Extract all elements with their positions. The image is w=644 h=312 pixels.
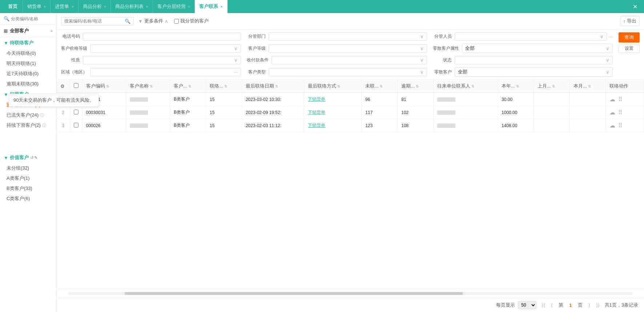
select-all-checkbox[interactable] — [74, 83, 79, 88]
row-overdue-1: 102 — [398, 106, 434, 119]
row-checkbox-cell-1[interactable] — [70, 106, 82, 119]
sidebar-item-class-c[interactable]: C类客户(6) — [0, 194, 56, 204]
settings-button[interactable]: 设置 — [619, 44, 640, 53]
sort-last-date-icon: ⇅ — [275, 84, 278, 88]
filter-payment-select[interactable]: ∨ — [271, 56, 427, 64]
th-checkbox[interactable] — [70, 80, 82, 93]
row-action-1[interactable]: ☁ ⠿ — [605, 106, 644, 119]
filter-price-grade-select[interactable]: ∨ — [90, 44, 241, 53]
th-last-date[interactable]: 最后联络日期 ⇅ — [242, 80, 304, 93]
tab-customer-segment[interactable]: 客户分层经营 × — [153, 0, 195, 13]
sidebar-item-7days[interactable]: 近7天待联络(0) — [0, 69, 56, 79]
search-submit-icon[interactable]: 🔍 — [125, 19, 130, 24]
filter-dept-field: 分管部门 ∨ — [247, 32, 427, 41]
value-refresh-icon[interactable]: ↺ — [30, 155, 33, 160]
filter-more-button[interactable]: ▼ 更多条件 ∧ — [138, 18, 168, 24]
tab-customer-contact[interactable]: 客户联系 × — [195, 0, 227, 13]
filter-row-4: 区域（地区） ··· 客户类型 ∨ — [61, 67, 613, 77]
row-last-method-0[interactable]: 下销货单 — [304, 93, 362, 106]
row-checkbox-1[interactable] — [74, 110, 79, 114]
tab-customer-segment-close[interactable]: × — [188, 4, 190, 9]
search-input-wrap[interactable]: 🔍 — [61, 17, 134, 25]
tab-analysis-list[interactable]: 商品分析列表 × — [111, 0, 153, 13]
sidebar-search-icon: 🔍 — [4, 16, 9, 21]
manager-more-icon[interactable]: ··· — [608, 34, 613, 40]
th-contact[interactable]: 联络... ⇅ — [206, 80, 242, 93]
table-area: ⚙ 客户编码 ⇅ 客户名称 — [57, 80, 644, 289]
sidebar-item-tomorrow[interactable]: 明天待联络(1) — [0, 58, 56, 69]
sidebar-item-overdue[interactable]: 逾期未联络(30) — [0, 79, 56, 89]
sidebar-item-churned[interactable]: 已流失客户(24) ⓘ — [0, 110, 56, 120]
action-icons-1[interactable]: ☁ ⠿ — [609, 109, 623, 116]
row-action-0[interactable]: ☁ ⠿ — [605, 93, 644, 106]
tab-home[interactable]: 首页 — [3, 0, 23, 13]
manager-select-arrow: ∨ — [600, 34, 604, 39]
sidebar-item-class-a[interactable]: A类客户(1) — [0, 173, 56, 183]
query-button[interactable]: 查询 — [619, 32, 640, 42]
filter-price-grade-field: 客户价格等级 ∨ — [61, 44, 241, 53]
filter-nature-select[interactable]: ∨ — [83, 56, 241, 64]
th-uncontacted[interactable]: 未联... ⇅ — [362, 80, 398, 93]
tab-purchase[interactable]: 进货单 × — [51, 0, 78, 13]
prev-page-button[interactable]: ⟨ — [549, 302, 555, 309]
th-overdue[interactable]: 逾期... ⇅ — [398, 80, 434, 93]
my-customer-checkbox[interactable] — [174, 19, 179, 24]
filter-retail-attr-select[interactable]: 全部 ∨ — [462, 44, 613, 53]
row-code-1: 00030031 — [82, 106, 126, 119]
filter-manager-select[interactable]: ∨ — [455, 32, 607, 41]
row-action-2[interactable]: ☁ ⠿ — [605, 119, 644, 132]
export-button[interactable]: ↑ 导出 — [620, 16, 640, 26]
sidebar-item-ungrouped[interactable]: 未分组(32) — [0, 163, 56, 173]
filter-customer-type-select[interactable]: ∨ — [269, 68, 427, 76]
tab-analysis[interactable]: 商品分析 × — [79, 0, 111, 13]
th-name[interactable]: 客户名称 ⇅ — [126, 80, 170, 93]
sidebar-search-input[interactable] — [11, 16, 53, 21]
action-icons-0[interactable]: ☁ ⠿ — [609, 96, 623, 102]
my-customer-checkbox-wrap[interactable]: 我分管的客户 — [174, 18, 209, 24]
sidebar-item-declining[interactable]: 持续下滑客户(2) ⓘ — [0, 120, 56, 130]
th-this-year[interactable]: 本年... ⇅ — [498, 80, 534, 93]
row-checkbox-2[interactable] — [74, 123, 79, 127]
search-input[interactable] — [64, 19, 123, 24]
tab-analysis-list-close[interactable]: × — [146, 4, 148, 9]
th-type[interactable]: 客户... ⇅ — [170, 80, 206, 93]
filter-retail-attr-label: 零散客户属性 — [433, 45, 462, 52]
th-last-method[interactable]: 最后联络方式 ⇅ — [304, 80, 362, 93]
th-this-month[interactable]: 本月... ⇅ — [569, 80, 605, 93]
tab-analysis-close[interactable]: × — [104, 4, 106, 9]
filter-region-select[interactable]: ··· — [90, 68, 241, 76]
window-close-button[interactable]: ✕ — [629, 3, 641, 10]
filter-customer-grade-select[interactable]: ∨ — [269, 44, 427, 53]
filter-action-buttons: 查询 设置 — [619, 32, 640, 77]
th-contact-person[interactable]: 往来单位联系人 ⇅ — [434, 80, 498, 93]
th-last-month[interactable]: 上月... ⇅ — [534, 80, 570, 93]
th-code[interactable]: 客户编码 ⇅ — [82, 80, 126, 93]
sidebar-all-customers[interactable]: ⊞ 全部客户 « — [0, 25, 56, 37]
last-page-button[interactable]: ⟩⟩ — [594, 302, 602, 309]
th-settings[interactable]: ⚙ — [57, 80, 70, 93]
filter-retail-customer-select[interactable]: 全部 ∨ — [455, 67, 613, 77]
horizontal-scrollbar[interactable] — [68, 292, 632, 295]
sidebar-item-class-b[interactable]: B类客户(33) — [0, 183, 56, 194]
next-page-button[interactable]: ⟩ — [586, 302, 592, 309]
sidebar-group-pending[interactable]: ▼ 待联络客户 — [0, 37, 56, 48]
filter-status-select[interactable]: ∨ — [455, 56, 613, 64]
tab-purchase-close[interactable]: × — [71, 4, 73, 9]
per-page-select[interactable]: 50 20 100 — [518, 301, 536, 309]
action-icons-2[interactable]: ☁ ⠿ — [609, 122, 623, 129]
sidebar-item-today[interactable]: 今天待联络(0) — [0, 48, 56, 58]
row-last-method-1[interactable]: 下销货单 — [304, 106, 362, 119]
sidebar-group-value[interactable]: ▼ 价值客户 ↺ ✎ — [0, 152, 56, 163]
first-page-button[interactable]: ⟨⟨ — [539, 302, 547, 309]
tab-sales[interactable]: 销货单 × — [23, 0, 51, 13]
filter-dept-select[interactable]: ∨ — [269, 32, 427, 41]
tab-sales-close[interactable]: × — [44, 4, 46, 9]
row-uncontacted-0: 96 — [362, 93, 398, 106]
tab-customer-contact-close[interactable]: × — [220, 4, 222, 9]
value-edit-icon[interactable]: ✎ — [34, 155, 37, 160]
table-settings-icon[interactable]: ⚙ — [60, 84, 65, 89]
row-checkbox-cell-2[interactable] — [70, 119, 82, 132]
row-name-0 — [126, 93, 170, 106]
row-last-method-2[interactable]: 下销货单 — [304, 119, 362, 132]
filter-phone-input[interactable] — [83, 33, 241, 41]
